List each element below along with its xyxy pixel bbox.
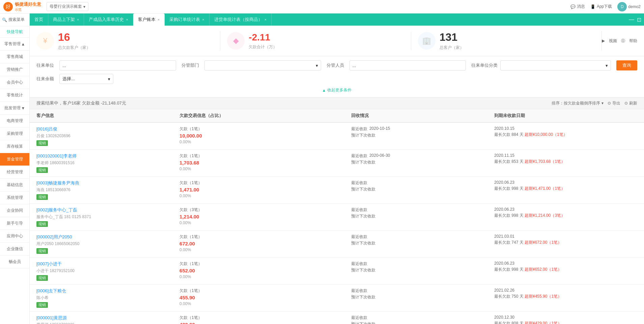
table-container: 客户信息 欠款交易信息（占比） 回收情况 到期未收款日期 [0016]吕俊 吕俊… xyxy=(30,109,644,324)
debt-info: 欠款（1笔） 1,703.68 0.00% xyxy=(179,153,351,171)
app-download-button[interactable]: 📱 App下载 xyxy=(590,4,612,9)
customer-name[interactable]: [0001020001]李老师 xyxy=(36,153,179,159)
customer-name[interactable]: [0007]小进干 xyxy=(36,261,179,267)
refresh-label: 刷新 xyxy=(629,100,637,106)
overdue-date: 2020.06.23 xyxy=(494,207,637,212)
sidebar-item-retail-mall[interactable]: 零售商城 xyxy=(0,51,29,63)
export-button[interactable]: ⊙ 导出 xyxy=(608,100,620,106)
payback-info: 最近收款 预计下次收款 xyxy=(351,261,494,274)
sidebar-item-wechat[interactable]: 企业微信 xyxy=(0,243,29,256)
customer-tag: 现销 xyxy=(36,167,48,173)
help-label: 帮助 xyxy=(629,38,637,44)
logo-area: 好 畅捷通好生意 示范 xyxy=(3,1,41,12)
stat-total-customers: 🏢 131 总客户（家） xyxy=(411,31,602,51)
sidebar-item-inventory[interactable]: 库存核算 xyxy=(0,140,29,153)
customer-name[interactable]: [0016]吕俊 xyxy=(36,126,179,132)
tab-home[interactable]: 首页 xyxy=(30,13,48,26)
chevron-down-icon: ▾ xyxy=(108,77,110,82)
sidebar-item-guide[interactable]: 新手引导 xyxy=(0,217,29,230)
sidebar-item-member2[interactable]: 畅会员 xyxy=(0,256,29,268)
debt-info: 欠款（1笔） 652.00 0.00% xyxy=(179,261,351,279)
sidebar-item-enterprise[interactable]: 企业协同 xyxy=(0,204,29,217)
sidebar-item-apps[interactable]: 应用中心 xyxy=(0,230,29,243)
sidebar-item-ecommerce[interactable]: 电商管理 xyxy=(0,115,29,127)
tab-goods-stats[interactable]: 进货单统计表（按商品） × xyxy=(209,13,272,26)
sort-select[interactable]: 排序：按欠款金额倒序排序 ▾ xyxy=(552,100,604,106)
next-payback: 预计下次收款 xyxy=(351,213,494,219)
overdue-info: 2020.12.30 最长欠款 808 天 超期¥429.00（1笔） xyxy=(494,315,637,324)
sidebar-item-retail-stats[interactable]: 零售统计 xyxy=(0,89,29,102)
overdue-link[interactable]: 超期¥1,703.68（1笔） xyxy=(525,159,565,164)
customer-info: [000001]黄思源 黄思源 13552700226 现销 xyxy=(36,315,179,324)
stat-top-right: ▶ 视频 ⓪ 帮助 xyxy=(602,38,637,44)
quick-nav-item[interactable]: 快捷导航 xyxy=(0,26,29,38)
table-row: [000001]黄思源 黄思源 13552700226 现销 欠款（1笔） 42… xyxy=(30,312,644,324)
sidebar-item-system[interactable]: 系统管理 xyxy=(0,192,29,204)
tab-purchase-order[interactable]: 采购订单统计表 × xyxy=(165,13,209,26)
sidebar-item-finance[interactable]: 资金管理 xyxy=(0,153,29,166)
maximize-icon[interactable]: ⊡ xyxy=(637,17,641,23)
latest-payback: 最近收款 2020-06-30 xyxy=(351,153,494,159)
from-unit-input[interactable]: ... xyxy=(59,60,176,70)
tab-production[interactable]: 产成品入库单历史 × xyxy=(84,13,133,26)
message-button[interactable]: 💬 消息 xyxy=(570,4,585,9)
debt-count: 欠款（3笔） xyxy=(179,207,351,213)
stat-debt-customers: ¥ 16 总欠款客户（家） xyxy=(36,31,220,51)
close-icon[interactable]: × xyxy=(264,18,267,22)
collapse-button[interactable]: ▲ 收起更多条件 xyxy=(36,87,637,93)
overdue-link[interactable]: 超期¥672.00（1笔） xyxy=(525,240,562,245)
sidebar-item-wholesale[interactable]: 批发管理 ▼ xyxy=(0,102,29,115)
sidebar-item-label: 资金管理 xyxy=(7,157,23,161)
overdue-link[interactable]: 超期¥429.00（1笔） xyxy=(525,321,562,324)
close-icon[interactable]: × xyxy=(126,18,128,22)
latest-payback: 最近收款 xyxy=(351,207,494,213)
close-icon[interactable]: × xyxy=(202,18,204,22)
overdue-detail: 最长欠款 808 天 超期¥429.00（1笔） xyxy=(494,321,637,324)
unit-category-select[interactable]: ▾ xyxy=(500,60,611,70)
customer-name[interactable]: [0003]畅捷服务尹海燕 xyxy=(36,180,179,186)
overdue-link[interactable]: 超期¥455.90（1笔） xyxy=(525,294,562,299)
debt-percent: 0.00% xyxy=(179,167,351,171)
sidebar-item-operation[interactable]: 经营管理 xyxy=(0,166,29,179)
sidebar-item-base-info[interactable]: 基础信息 xyxy=(0,179,29,192)
remaining-placeholder: 选择... xyxy=(62,76,75,82)
next-payback: 预计下次收款 xyxy=(351,267,494,273)
customer-name[interactable]: [0006]去下粮仓 xyxy=(36,288,179,294)
sidebar-item-retail-management[interactable]: 零售管理 ▲ xyxy=(0,38,29,51)
from-unit-label: 往来单位 xyxy=(36,62,57,68)
customer-name[interactable]: [0002]服务中心_丁磊 xyxy=(36,207,179,213)
overdue-link[interactable]: 超期¥652.00（1笔） xyxy=(525,267,562,272)
dept-label: 分管部门 xyxy=(181,62,202,68)
header-customer: 客户信息 xyxy=(36,113,179,119)
arrow-icon: ▲ xyxy=(21,42,25,47)
tab-customer-account[interactable]: 客户账本 × xyxy=(133,13,165,26)
sidebar-item-purchase[interactable]: 采购管理 xyxy=(0,127,29,140)
minimize-icon[interactable]: — xyxy=(629,17,634,23)
overdue-link[interactable]: 超期¥10,000.00（1笔） xyxy=(525,132,567,137)
from-unit-filter: 往来单位 ... xyxy=(36,60,176,70)
search-menu-item[interactable]: 🔍 搜索菜单 xyxy=(0,13,29,26)
remaining-select[interactable]: 选择... ▾ xyxy=(59,74,113,84)
overdue-link[interactable]: 超期¥1,471.00（1笔） xyxy=(525,186,565,191)
user-avatar-area[interactable]: D demo2 xyxy=(617,2,641,11)
search-button[interactable]: 查询 xyxy=(616,60,637,70)
filter-row-2: 往来余额 选择... ▾ xyxy=(36,74,637,84)
sidebar: 🔍 搜索菜单 快捷导航 零售管理 ▲ 零售商城 营销推广 会员中心 xyxy=(0,13,30,324)
overdue-date: 2020.06.23 xyxy=(494,261,637,266)
close-icon[interactable]: × xyxy=(77,18,79,22)
close-icon[interactable]: × xyxy=(158,18,160,22)
customer-name[interactable]: [000001]黄思源 xyxy=(36,315,179,321)
industry-selector[interactable]: 母婴行业演示账套 ▾ xyxy=(47,2,88,11)
sidebar-item-label: 新手引导 xyxy=(7,221,23,226)
customer-name[interactable]: [000002]用户2050 xyxy=(36,234,179,240)
sidebar-item-member[interactable]: 会员中心 xyxy=(0,76,29,89)
overdue-link[interactable]: 超期¥1,214.00（3笔） xyxy=(525,213,565,218)
sidebar-item-marketing[interactable]: 营销推广 xyxy=(0,63,29,76)
arrow-icon: ▼ xyxy=(21,106,25,111)
dept-select[interactable]: ▾ xyxy=(204,60,321,70)
tab-products[interactable]: 商品上下架 × xyxy=(48,13,84,26)
person-input[interactable]: ... xyxy=(349,60,466,70)
refresh-button[interactable]: ⊙ 刷新 xyxy=(624,100,637,106)
debt-info: 欠款（1笔） 10,000.00 0.00% xyxy=(179,126,351,144)
sidebar-item-label: 零售管理 xyxy=(4,41,21,47)
